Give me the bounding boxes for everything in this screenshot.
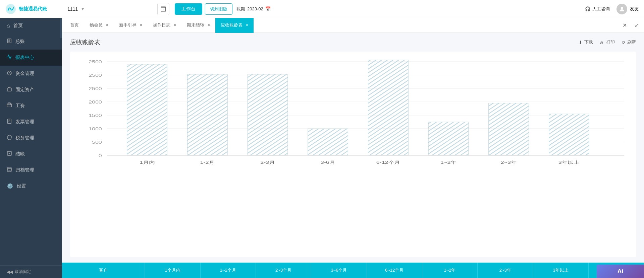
tax-icon [7, 135, 12, 141]
sidebar-item-home[interactable]: ⌂ 首页 [0, 18, 62, 33]
checkout-icon [7, 151, 12, 157]
col-customer: 客户 [62, 263, 145, 278]
funds-icon [7, 70, 12, 77]
sidebar: ⌂ 首页 总账 报表中心 资金管理 固定资产 [0, 18, 62, 278]
sidebar-item-label: 首页 [13, 23, 23, 29]
svg-rect-39 [489, 103, 529, 155]
tab-close-icon[interactable]: × [208, 23, 210, 27]
svg-text:3-6月: 3-6月 [321, 160, 335, 164]
svg-rect-5 [7, 88, 11, 91]
page-title: 应收账龄表 [70, 38, 100, 46]
period-area: 账期 2023-02 📅 [236, 6, 271, 12]
period-value: 2023-02 [247, 6, 263, 11]
print-button[interactable]: 🖨 打印 [600, 39, 615, 45]
svg-text:2-3月: 2-3月 [260, 160, 275, 164]
col-1-2year: 1~2年 [422, 263, 478, 278]
bar-chart: 0 500 1000 1500 2000 2500 2500 2500 [77, 58, 629, 172]
sidebar-item-label: 工资 [15, 103, 25, 109]
workbench-button[interactable]: 工作台 [175, 3, 202, 15]
col-label: 1~2个月 [220, 267, 236, 273]
tab-aging[interactable]: 应收账龄表 × [215, 18, 254, 33]
sidebar-item-ledger[interactable]: 总账 [0, 33, 62, 50]
sidebar-item-label: 固定资产 [15, 87, 34, 93]
consult-button[interactable]: 🎧 人工咨询 [585, 6, 610, 12]
col-label: 2~3年 [499, 267, 511, 273]
logo-area: 畅捷通易代账 [5, 4, 67, 14]
col-label: 2~3个月 [275, 267, 291, 273]
sidebar-item-reports[interactable]: 报表中心 [0, 50, 62, 66]
scroll-indicator [60, 18, 62, 38]
header-right: 🎧 人工咨询 友友 [585, 4, 639, 14]
tab-log[interactable]: 操作日志 × [148, 18, 181, 33]
tab-close-icon[interactable]: × [140, 23, 142, 27]
app-name: 畅捷通易代账 [19, 6, 47, 12]
svg-rect-31 [248, 74, 288, 155]
tab-bar: 首页 畅会员 × 新手引导 × 操作日志 × 期末结转 × 应收账龄表 × [62, 18, 644, 33]
sidebar-item-salary[interactable]: 工资 [0, 98, 62, 114]
assets-icon [7, 86, 12, 93]
tab-home[interactable]: 首页 [65, 18, 84, 33]
home-icon: ⌂ [7, 23, 10, 29]
tab-guide[interactable]: 新手引导 × [114, 18, 148, 33]
consult-label: 人工咨询 [592, 6, 610, 12]
col-label: 1个月内 [165, 267, 180, 273]
tab-label: 期末结转 [187, 22, 204, 28]
reports-icon [7, 54, 12, 61]
svg-text:2500: 2500 [89, 73, 102, 77]
col-label: 客户 [99, 267, 108, 273]
sidebar-item-archive[interactable]: 归档管理 [0, 162, 62, 178]
user-area[interactable]: 友友 [616, 4, 639, 14]
svg-text:2500: 2500 [89, 86, 102, 91]
sidebar-item-invoice[interactable]: 发票管理 [0, 114, 62, 130]
tab-period-end[interactable]: 期末结转 × [181, 18, 215, 33]
svg-text:1-2月: 1-2月 [200, 160, 215, 164]
col-label: 1~2年 [444, 267, 455, 273]
ai-badge[interactable]: Ai [597, 265, 644, 278]
page-content: 应收账龄表 ⬇ 下载 🖨 打印 ↺ 刷新 [62, 33, 644, 263]
svg-text:0: 0 [99, 153, 102, 158]
switch-old-button[interactable]: 切到旧版 [205, 3, 232, 15]
sidebar-item-assets[interactable]: 固定资产 [0, 82, 62, 98]
close-tab-button[interactable]: ✕ [620, 21, 629, 30]
tab-close-icon[interactable]: × [174, 23, 176, 27]
sidebar-item-label: 总账 [15, 39, 25, 45]
download-button[interactable]: ⬇ 下载 [579, 39, 593, 45]
company-dropdown-icon[interactable]: ▼ [80, 6, 85, 11]
refresh-label: 刷新 [627, 39, 636, 45]
svg-text:2~3年: 2~3年 [501, 160, 517, 164]
svg-rect-41 [549, 114, 589, 155]
tab-label: 操作日志 [153, 22, 170, 28]
pin-toggle[interactable]: ◀◀ 取消固定 [0, 265, 62, 278]
calendar-icon[interactable]: 📅 [265, 6, 271, 11]
print-icon: 🖨 [600, 40, 604, 45]
tab-label: 首页 [70, 22, 79, 28]
svg-text:500: 500 [92, 140, 102, 144]
sidebar-item-settings[interactable]: ⚙️ 设置 [0, 178, 62, 194]
sidebar-item-label: 设置 [17, 183, 26, 189]
sidebar-item-tax[interactable]: 税务管理 [0, 130, 62, 146]
ai-label: Ai [618, 268, 624, 275]
pin-icon: ◀◀ [7, 270, 13, 274]
svg-text:1月内: 1月内 [140, 160, 155, 164]
archive-button[interactable] [157, 3, 169, 15]
page-actions: ⬇ 下载 🖨 打印 ↺ 刷新 [579, 39, 636, 45]
sidebar-item-funds[interactable]: 资金管理 [0, 66, 62, 82]
user-name: 友友 [630, 6, 639, 12]
sidebar-item-label: 结账 [15, 151, 25, 157]
svg-rect-33 [308, 129, 348, 155]
sidebar-item-label: 税务管理 [15, 135, 34, 141]
col-2-3year: 2~3年 [478, 263, 533, 278]
tab-close-icon[interactable]: × [246, 23, 248, 27]
main-layout: ⌂ 首页 总账 报表中心 资金管理 固定资产 [0, 18, 644, 278]
top-header: 畅捷通易代账 1111 ▼ 工作台 切到旧版 账期 2023-02 📅 🎧 人工… [0, 0, 644, 18]
sidebar-item-label: 资金管理 [15, 71, 34, 77]
refresh-button[interactable]: ↺ 刷新 [622, 39, 636, 45]
salary-icon [7, 102, 12, 109]
content-area: 首页 畅会员 × 新手引导 × 操作日志 × 期末结转 × 应收账龄表 × [62, 18, 644, 278]
page-header: 应收账龄表 ⬇ 下载 🖨 打印 ↺ 刷新 [70, 38, 636, 46]
sidebar-item-checkout[interactable]: 结账 [0, 146, 62, 162]
tab-close-icon[interactable]: × [106, 23, 108, 27]
maximize-tab-button[interactable]: ⤢ [632, 21, 641, 30]
tab-actions: ✕ ⤢ [620, 21, 641, 30]
tab-member[interactable]: 畅会员 × [84, 18, 114, 33]
